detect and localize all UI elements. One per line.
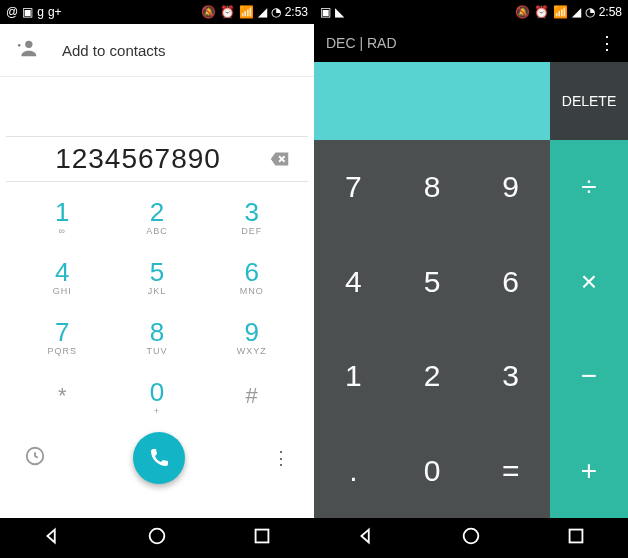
mute-icon: 🔕 [515, 5, 530, 19]
key-9[interactable]: 9WXYZ [207, 310, 296, 362]
key-dot[interactable]: . [314, 424, 393, 519]
add-contact-icon [16, 37, 38, 63]
key-6[interactable]: 6 [471, 235, 550, 330]
back-button[interactable] [355, 525, 377, 551]
key-0[interactable]: 0+ [113, 370, 202, 422]
gplus-icon: g+ [48, 5, 62, 19]
at-icon: @ [6, 5, 18, 19]
op-multiply[interactable]: × [550, 235, 628, 330]
notif-icon: ▣ [22, 5, 33, 19]
home-button[interactable] [460, 525, 482, 551]
clock: 2:53 [285, 5, 308, 19]
status-right: 🔕 ⏰ 📶 ◢ ◔ 2:58 [515, 5, 622, 19]
add-contact-label: Add to contacts [62, 42, 165, 59]
overflow-icon[interactable]: ⋮ [598, 32, 616, 54]
home-button[interactable] [146, 525, 168, 551]
google-icon: g [37, 5, 44, 19]
status-bar: @ ▣ g g+ 🔕 ⏰ 📶 ◢ ◔ 2:53 [0, 0, 314, 24]
signal-icon: ◢ [572, 5, 581, 19]
alarm-icon: ⏰ [220, 5, 235, 19]
svg-point-4 [464, 529, 479, 544]
op-divide[interactable]: ÷ [550, 140, 628, 235]
calculator-screen: ▣ ◣ 🔕 ⏰ 📶 ◢ ◔ 2:58 DEC | RAD ⋮ DELETE 7 … [314, 0, 628, 558]
key-0[interactable]: 0 [393, 424, 472, 519]
signal-icon: ◢ [258, 5, 267, 19]
svg-point-0 [25, 41, 32, 48]
key-4[interactable]: 4 [314, 235, 393, 330]
status-left: @ ▣ g g+ [6, 5, 62, 19]
recent-button[interactable] [565, 525, 587, 551]
mode-label[interactable]: DEC | RAD [326, 35, 397, 51]
battery-icon: ◔ [271, 5, 281, 19]
number-row: 1234567890 [6, 136, 308, 182]
key-hash[interactable]: # [207, 370, 296, 422]
nav-bar [314, 518, 628, 558]
back-button[interactable] [41, 525, 63, 551]
backspace-icon[interactable] [266, 148, 294, 170]
key-7[interactable]: 7 [314, 140, 393, 235]
status-bar: ▣ ◣ 🔕 ⏰ 📶 ◢ ◔ 2:58 [314, 0, 628, 24]
keypad: 7 8 9 4 5 6 1 2 3 . 0 = ÷ × − + [314, 140, 628, 518]
bottom-bar: ⋮ [0, 426, 314, 494]
key-5[interactable]: 5 [393, 235, 472, 330]
mode-bar: DEC | RAD ⋮ [314, 24, 628, 62]
wifi-icon: 📶 [239, 5, 254, 19]
key-4[interactable]: 4GHI [18, 250, 107, 302]
dialpad: 1∞ 2ABC 3DEF 4GHI 5JKL 6MNO 7PQRS 8TUV 9… [0, 182, 314, 426]
svg-rect-3 [255, 530, 268, 543]
key-8[interactable]: 8TUV [113, 310, 202, 362]
svg-rect-5 [569, 530, 582, 543]
battery-icon: ◔ [585, 5, 595, 19]
key-5[interactable]: 5JKL [113, 250, 202, 302]
status-right: 🔕 ⏰ 📶 ◢ ◔ 2:53 [201, 5, 308, 19]
add-contact-bar[interactable]: Add to contacts [0, 24, 314, 76]
op-minus[interactable]: − [550, 329, 628, 424]
key-equals[interactable]: = [471, 424, 550, 519]
key-9[interactable]: 9 [471, 140, 550, 235]
key-8[interactable]: 8 [393, 140, 472, 235]
key-6[interactable]: 6MNO [207, 250, 296, 302]
key-1[interactable]: 1∞ [18, 190, 107, 242]
overflow-icon[interactable]: ⋮ [272, 447, 290, 469]
notif-icon: ▣ [320, 5, 331, 19]
recent-button[interactable] [251, 525, 273, 551]
dialer-body: Add to contacts 1234567890 1∞ 2ABC 3DEF … [0, 24, 314, 518]
status-left: ▣ ◣ [320, 5, 344, 19]
key-3[interactable]: 3DEF [207, 190, 296, 242]
key-2[interactable]: 2 [393, 329, 472, 424]
notif2-icon: ◣ [335, 5, 344, 19]
display [314, 62, 550, 140]
op-plus[interactable]: + [550, 424, 628, 519]
dialed-number: 1234567890 [20, 143, 256, 175]
key-star[interactable]: * [18, 370, 107, 422]
svg-point-2 [150, 529, 165, 544]
mute-icon: 🔕 [201, 5, 216, 19]
recents-icon[interactable] [24, 445, 46, 471]
calculator-body: DEC | RAD ⋮ DELETE 7 8 9 4 5 6 1 2 3 . 0… [314, 24, 628, 518]
dialer-screen: @ ▣ g g+ 🔕 ⏰ 📶 ◢ ◔ 2:53 Add to contacts … [0, 0, 314, 558]
alarm-icon: ⏰ [534, 5, 549, 19]
key-7[interactable]: 7PQRS [18, 310, 107, 362]
nav-bar [0, 518, 314, 558]
key-3[interactable]: 3 [471, 329, 550, 424]
key-1[interactable]: 1 [314, 329, 393, 424]
display-row: DELETE [314, 62, 628, 140]
operator-column: ÷ × − + [550, 140, 628, 518]
key-2[interactable]: 2ABC [113, 190, 202, 242]
call-button[interactable] [133, 432, 185, 484]
numpad: 7 8 9 4 5 6 1 2 3 . 0 = [314, 140, 550, 518]
clock: 2:58 [599, 5, 622, 19]
wifi-icon: 📶 [553, 5, 568, 19]
delete-button[interactable]: DELETE [550, 62, 628, 140]
